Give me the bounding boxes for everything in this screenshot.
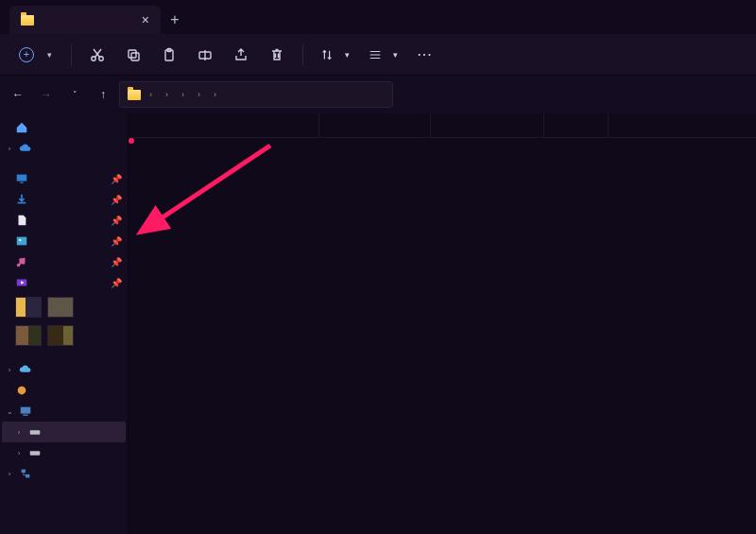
sidebar: › 📌 📌 📌 📌 📌 <box>0 113 129 534</box>
view-button[interactable]: ▾ <box>361 40 405 70</box>
pin-icon: 📌 <box>111 215 122 226</box>
callout-arrow <box>129 138 280 254</box>
sidebar-item-this-pc[interactable]: ⌄ <box>2 401 126 422</box>
main: › 📌 📌 📌 📌 📌 <box>0 113 756 534</box>
folder-icon <box>21 15 34 26</box>
recent-button[interactable]: ˅ <box>68 90 81 99</box>
sort-button[interactable]: ▾ <box>313 40 357 70</box>
chevron-right-icon: › <box>195 90 203 99</box>
svg-rect-15 <box>30 430 41 434</box>
address-row: ← → ˅ ↑ › › › › › <box>0 76 756 113</box>
sidebar-item-home[interactable] <box>2 117 126 138</box>
separator <box>302 44 303 65</box>
tab-bar: × + <box>0 0 756 34</box>
svg-rect-8 <box>20 182 24 183</box>
sidebar-thumbnails <box>2 293 126 321</box>
column-date[interactable] <box>319 113 431 137</box>
desktop-icon <box>15 172 28 185</box>
downloads-icon <box>15 193 28 206</box>
thumbnail[interactable] <box>47 297 74 318</box>
cloud-icon <box>19 142 32 155</box>
plus-icon: + <box>19 47 34 62</box>
address-bar[interactable]: › › › › › <box>119 81 393 108</box>
close-icon[interactable]: × <box>142 12 149 27</box>
sidebar-item-downloads[interactable]: 📌 <box>2 189 126 210</box>
svg-rect-14 <box>23 415 27 416</box>
column-size[interactable] <box>544 113 609 137</box>
drive-icon <box>28 446 42 459</box>
up-button[interactable]: ↑ <box>96 88 110 101</box>
sidebar-item-desktop[interactable]: 📌 <box>2 168 126 189</box>
pictures-icon <box>15 234 28 248</box>
back-button[interactable]: ← <box>11 88 25 101</box>
svg-rect-9 <box>17 237 27 246</box>
sidebar-item-new-volume[interactable]: › <box>2 442 126 463</box>
toolbar: + ▾ ▾ ▾ ··· <box>0 34 756 76</box>
svg-rect-3 <box>131 53 139 60</box>
new-button[interactable]: + ▾ <box>11 40 61 70</box>
pin-icon: 📌 <box>111 278 122 288</box>
chevron-right-icon: › <box>15 428 23 437</box>
music-icon <box>15 255 28 268</box>
chevron-down-icon: ▾ <box>345 50 350 60</box>
sidebar-item-videos[interactable]: 📌 <box>2 272 126 293</box>
thumbnail[interactable] <box>47 325 74 346</box>
chevron-right-icon: › <box>163 90 171 99</box>
pin-icon: 📌 <box>111 257 122 267</box>
cut-button[interactable] <box>81 40 113 70</box>
cloud-icon <box>19 363 32 376</box>
svg-rect-16 <box>30 451 41 455</box>
pin-icon: 📌 <box>111 195 122 205</box>
tab-system32[interactable]: × <box>9 6 161 34</box>
svg-point-10 <box>19 239 21 241</box>
sidebar-item-pictures[interactable]: 📌 <box>2 231 126 251</box>
forward-button[interactable]: → <box>40 88 53 101</box>
share-button[interactable] <box>225 40 257 70</box>
more-button[interactable]: ··· <box>409 40 441 70</box>
chevron-right-icon: › <box>211 90 219 99</box>
photos-icon <box>15 384 28 397</box>
chevron-down-icon: ⌄ <box>6 407 13 416</box>
svg-rect-7 <box>17 175 27 181</box>
chevron-right-icon: › <box>15 449 23 457</box>
paste-button[interactable] <box>153 40 185 70</box>
copy-button[interactable] <box>117 40 149 70</box>
column-type[interactable] <box>431 113 544 137</box>
sidebar-thumbnails <box>2 321 126 350</box>
pc-icon <box>19 405 32 418</box>
rename-button[interactable] <box>189 40 221 70</box>
nav-arrows: ← → ˅ ↑ <box>11 88 110 101</box>
folder-icon <box>128 90 141 100</box>
pin-icon: 📌 <box>111 174 122 184</box>
network-icon <box>19 467 32 480</box>
svg-rect-17 <box>22 470 26 474</box>
column-headers <box>129 113 756 138</box>
chevron-right-icon: › <box>146 90 155 99</box>
svg-line-19 <box>140 146 270 233</box>
column-name[interactable] <box>129 113 319 137</box>
thumbnail[interactable] <box>15 297 42 318</box>
chevron-right-icon: › <box>6 366 13 374</box>
chevron-right-icon: › <box>179 90 187 99</box>
sidebar-item-documents[interactable]: 📌 <box>2 210 126 231</box>
sidebar-item-network[interactable]: › <box>2 463 126 484</box>
chevron-right-icon: › <box>6 145 13 153</box>
chevron-right-icon: › <box>6 470 13 478</box>
highlight-ring <box>129 138 134 144</box>
sidebar-item-onedrive[interactable]: › <box>2 138 126 159</box>
new-tab-button[interactable]: + <box>161 6 189 34</box>
sidebar-item-icloud-drive[interactable]: › <box>2 359 126 380</box>
svg-point-12 <box>18 387 26 395</box>
svg-rect-13 <box>21 407 31 414</box>
sidebar-item-music[interactable]: 📌 <box>2 251 126 272</box>
videos-icon <box>15 276 28 289</box>
file-list <box>129 113 756 534</box>
home-icon <box>15 121 28 134</box>
sidebar-item-os-c[interactable]: › <box>2 422 126 442</box>
chevron-down-icon: ▾ <box>393 50 398 60</box>
pin-icon: 📌 <box>111 236 122 247</box>
sidebar-item-icloud-photos[interactable] <box>2 380 126 401</box>
drive-icon <box>28 425 42 439</box>
thumbnail[interactable] <box>15 325 42 346</box>
delete-button[interactable] <box>261 40 293 70</box>
